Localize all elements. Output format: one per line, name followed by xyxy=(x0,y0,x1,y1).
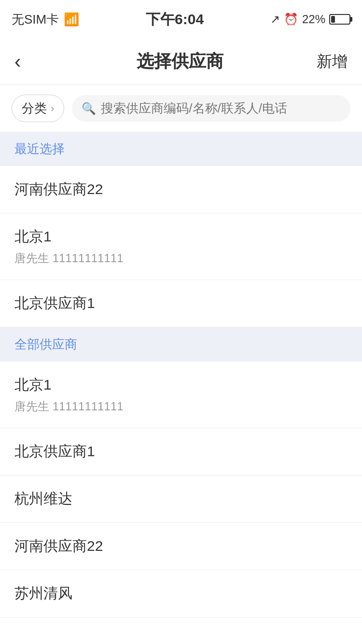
battery-icon xyxy=(329,14,350,25)
status-time: 下午6:04 xyxy=(146,10,204,29)
list-item[interactable]: 河南供应商22 xyxy=(0,166,362,213)
category-filter[interactable]: 分类 › xyxy=(12,95,64,122)
search-icon: 🔍 xyxy=(82,102,96,115)
recent-section-header: 最近选择 xyxy=(0,132,362,166)
list-item[interactable]: 北京1唐先生 11111111111 xyxy=(0,362,362,428)
item-name: 北京供应商1 xyxy=(14,294,348,313)
item-name: 河南供应商22 xyxy=(14,180,348,199)
battery-percent: 22% xyxy=(302,13,325,26)
list-item[interactable]: 杭州维达 xyxy=(0,476,362,523)
page-title: 选择供应商 xyxy=(137,50,223,73)
category-label: 分类 xyxy=(22,100,47,117)
item-contact: 唐先生 11111111111 xyxy=(14,399,348,414)
item-name: 北京1 xyxy=(14,375,348,395)
item-name: 杭州维达 xyxy=(14,489,348,509)
alarm-icon: ⏰ xyxy=(284,13,298,26)
item-contact: 唐先生 11111111111 xyxy=(14,251,348,266)
list-item[interactable]: 北京1唐先生 11111111111 xyxy=(0,213,362,280)
location-icon: ↗ xyxy=(270,13,280,26)
nav-bar: ‹ 选择供应商 新增 xyxy=(0,39,362,85)
list-item[interactable]: 北京供应商1 xyxy=(0,428,362,476)
item-name: 北京1 xyxy=(14,227,348,247)
all-section-header: 全部供应商 xyxy=(0,327,362,362)
all-list: 北京1唐先生 11111111111北京供应商1杭州维达河南供应商22苏州清风 xyxy=(0,362,362,617)
recent-list: 河南供应商22北京1唐先生 11111111111北京供应商1 xyxy=(0,166,362,327)
item-name: 北京供应商1 xyxy=(14,442,348,462)
search-box: 🔍 xyxy=(72,95,350,122)
filter-bar: 分类 › 🔍 xyxy=(0,85,362,132)
status-right: ↗ ⏰ 22% xyxy=(270,13,350,26)
search-input[interactable] xyxy=(101,101,341,116)
status-left: 无SIM卡 📶 xyxy=(12,11,79,28)
carrier-text: 无SIM卡 xyxy=(12,11,59,28)
add-button[interactable]: 新增 xyxy=(317,51,348,72)
list-item[interactable]: 北京供应商1 xyxy=(0,280,362,327)
item-name: 苏州清风 xyxy=(14,584,348,603)
chevron-right-icon: › xyxy=(51,102,54,115)
status-bar: 无SIM卡 📶 下午6:04 ↗ ⏰ 22% xyxy=(0,0,362,39)
wifi-icon: 📶 xyxy=(64,12,79,27)
item-name: 河南供应商22 xyxy=(14,536,348,556)
list-item[interactable]: 苏州清风 xyxy=(0,570,362,617)
list-item[interactable]: 河南供应商22 xyxy=(0,523,362,570)
back-button[interactable]: ‹ xyxy=(14,51,43,72)
